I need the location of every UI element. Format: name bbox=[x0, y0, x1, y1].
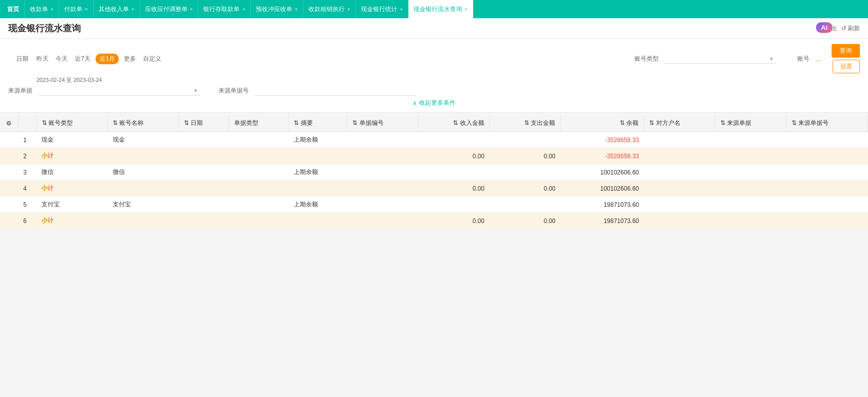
row-account-type: 微信 bbox=[36, 164, 108, 181]
col-income[interactable]: ⇅ 收入金额 bbox=[419, 115, 490, 132]
row-settings-cell bbox=[0, 164, 18, 181]
col-account-type[interactable]: ⇅ 账号类型 bbox=[36, 115, 108, 132]
data-table: ⚙ ⇅ 账号类型 ⇅ 账号名称 ⇅ 日期 单据类型 bbox=[0, 115, 868, 229]
account-more-dots[interactable]: ... bbox=[815, 55, 821, 63]
col-source-doc-no[interactable]: ⇅ 来源单据号 bbox=[786, 115, 867, 132]
settings-button[interactable]: 设置 bbox=[833, 60, 860, 73]
source-doc-select[interactable]: ▾ bbox=[38, 86, 200, 96]
filter-row-1: 日期 昨天 今天 近7天 近1月 更多 自定义 账号类型 ▾ 账号 ... 查询… bbox=[8, 44, 860, 73]
date-btn-yesterday[interactable]: 昨天 bbox=[34, 54, 51, 64]
nav-tab-home[interactable]: 首页 bbox=[2, 0, 25, 18]
col-summary[interactable]: ⇅ 摘要 bbox=[289, 115, 347, 132]
row-source-doc bbox=[715, 164, 787, 181]
date-btn-7days[interactable]: 近7天 bbox=[73, 54, 93, 64]
nav-tab-collection-exec-close[interactable]: × bbox=[347, 7, 350, 12]
table-row: 4 小计 0.00 0.00 100102606.60 bbox=[0, 181, 868, 197]
nav-tab-other-income-close[interactable]: × bbox=[131, 7, 134, 12]
date-btn-today[interactable]: 今天 bbox=[54, 54, 70, 64]
col-source-doc[interactable]: ⇅ 来源单据 bbox=[715, 115, 787, 132]
collapse-bar: ∧ 收起更多条件 bbox=[8, 99, 860, 107]
row-source-doc bbox=[715, 197, 787, 213]
table-row: 1 现金 现金 上期余额 -3528659.33 bbox=[0, 132, 868, 148]
row-account-name: 支付宝 bbox=[108, 197, 179, 213]
row-account-type: 小计 bbox=[36, 213, 108, 229]
row-account-name bbox=[108, 213, 179, 229]
gear-icon[interactable]: ⚙ bbox=[6, 120, 12, 127]
row-account-name: 现金 bbox=[108, 132, 179, 148]
col-doc-no[interactable]: ⇅ 单据编号 bbox=[347, 115, 419, 132]
col-date[interactable]: ⇅ 日期 bbox=[178, 115, 229, 132]
date-btn-1month[interactable]: 近1月 bbox=[96, 54, 119, 64]
date-label: 日期 bbox=[8, 55, 28, 63]
top-nav: 首页 收款单 × 付款单 × 其他收入单 × 应收应付调整单 × 银行存取款单 … bbox=[0, 0, 868, 18]
row-index: 3 bbox=[18, 164, 36, 181]
row-account-name bbox=[108, 148, 179, 164]
row-doc-type bbox=[229, 132, 289, 148]
nav-tab-cash-bank-stat-close[interactable]: × bbox=[400, 7, 403, 12]
row-settings-cell bbox=[0, 132, 18, 148]
nav-tab-other-income[interactable]: 其他收入单 × bbox=[94, 0, 140, 18]
source-doc-no-label: 来源单据号 bbox=[218, 86, 249, 95]
col-balance[interactable]: ⇅ 余额 bbox=[561, 115, 644, 132]
row-source-doc bbox=[715, 132, 787, 148]
col-doc-type[interactable]: 单据类型 bbox=[229, 115, 289, 132]
row-source-doc bbox=[715, 213, 787, 229]
row-account-type: 小计 bbox=[36, 181, 108, 197]
row-summary bbox=[289, 213, 347, 229]
col-expense[interactable]: ⇅ 支出金额 bbox=[489, 115, 561, 132]
nav-tab-advance-offset-close[interactable]: × bbox=[295, 7, 298, 12]
collapse-button[interactable]: ∧ 收起更多条件 bbox=[413, 99, 455, 107]
refresh-button[interactable]: ↺ 刷新 bbox=[841, 24, 860, 33]
nav-tab-collection-exec[interactable]: 收款核销执行 × bbox=[303, 0, 356, 18]
row-source-doc-no bbox=[786, 181, 867, 197]
row-doc-no bbox=[347, 197, 419, 213]
row-account-type: 现金 bbox=[36, 132, 108, 148]
row-doc-type bbox=[229, 164, 289, 181]
row-doc-no bbox=[347, 164, 419, 181]
table-row: 2 小计 0.00 0.00 -3528659.33 bbox=[0, 148, 868, 164]
row-balance: 19871073.60 bbox=[561, 197, 644, 213]
row-date bbox=[178, 213, 229, 229]
query-button[interactable]: 查询 bbox=[832, 44, 860, 58]
row-doc-no bbox=[347, 181, 419, 197]
source-doc-no-input[interactable] bbox=[255, 86, 417, 96]
filter-row-daterange: 2023-02-24 至 2023-03-24 bbox=[33, 76, 860, 84]
nav-tab-receivable-adjust-close[interactable]: × bbox=[190, 7, 193, 12]
row-doc-type bbox=[229, 148, 289, 164]
nav-tab-receipt[interactable]: 收款单 × bbox=[25, 0, 59, 18]
nav-tab-advance-offset[interactable]: 预收冲应收单 × bbox=[251, 0, 303, 18]
nav-tab-cash-bank-stat[interactable]: 现金银行统计 × bbox=[356, 0, 408, 18]
page-title: 现金银行流水查询 bbox=[8, 22, 81, 34]
refresh-icon: ↺ bbox=[841, 25, 846, 32]
row-income bbox=[419, 197, 490, 213]
nav-tab-cash-bank-flow-close[interactable]: × bbox=[465, 7, 468, 12]
row-income bbox=[419, 164, 490, 181]
row-counterpart bbox=[644, 181, 715, 197]
nav-tab-receivable-adjust[interactable]: 应收应付调整单 × bbox=[140, 0, 199, 18]
row-balance: -3528659.33 bbox=[561, 132, 644, 148]
col-account-name[interactable]: ⇅ 账号名称 bbox=[108, 115, 179, 132]
row-summary bbox=[289, 181, 347, 197]
table-body: 1 现金 现金 上期余额 -3528659.33 2 小计 0.00 0.00 … bbox=[0, 132, 868, 229]
nav-tab-cash-bank-flow-label: 现金银行流水查询 bbox=[414, 5, 462, 14]
nav-tab-cash-bank-flow[interactable]: 现金银行流水查询 × bbox=[408, 0, 473, 18]
nav-tab-home-label: 首页 bbox=[7, 5, 19, 14]
nav-tab-bank-deposit[interactable]: 银行存取款单 × bbox=[198, 0, 251, 18]
row-account-type: 支付宝 bbox=[36, 197, 108, 213]
row-counterpart bbox=[644, 148, 715, 164]
nav-tab-payment-close[interactable]: × bbox=[85, 7, 88, 12]
row-index: 1 bbox=[18, 132, 36, 148]
date-btn-custom[interactable]: 自定义 bbox=[141, 54, 163, 64]
ai-badge[interactable]: Ai bbox=[816, 22, 833, 33]
nav-tab-bank-deposit-close[interactable]: × bbox=[242, 7, 245, 12]
row-doc-no bbox=[347, 213, 419, 229]
account-label: 账号 bbox=[794, 55, 809, 63]
col-counterpart[interactable]: ⇅ 对方户名 bbox=[644, 115, 715, 132]
nav-tab-payment[interactable]: 付款单 × bbox=[59, 0, 94, 18]
row-index: 6 bbox=[18, 213, 36, 229]
account-type-select[interactable]: ▾ bbox=[665, 54, 776, 64]
nav-tab-receipt-close[interactable]: × bbox=[51, 7, 54, 12]
date-btn-more[interactable]: 更多 bbox=[122, 54, 138, 64]
row-source-doc-no bbox=[786, 148, 867, 164]
source-doc-label: 来源单据 bbox=[8, 86, 32, 95]
